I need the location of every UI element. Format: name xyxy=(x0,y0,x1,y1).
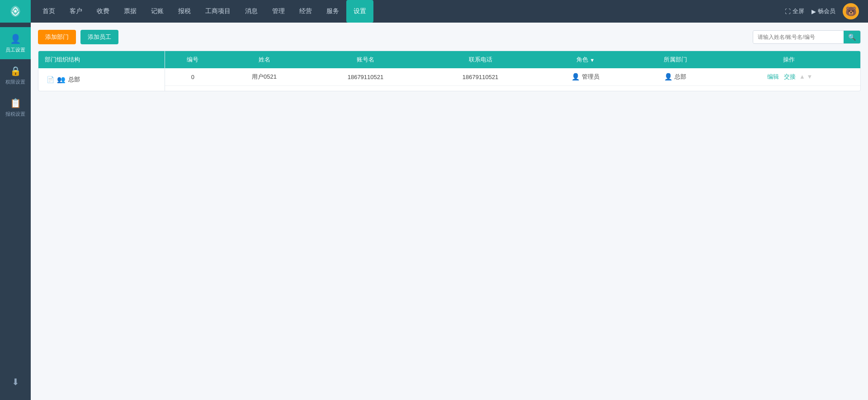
search-input[interactable] xyxy=(753,31,844,43)
employee-table: 编号 姓名 账号名 联系电话 角色 ▼ 所属部门 操作 xyxy=(165,51,860,91)
add-dept-button[interactable]: 添加部门 xyxy=(38,30,76,44)
nav-item-home[interactable]: 首页 xyxy=(35,0,62,23)
logo[interactable] xyxy=(0,0,31,23)
col-name: 姓名 xyxy=(221,51,308,68)
col-actions: 操作 xyxy=(717,51,860,68)
search-box: 🔍 xyxy=(753,30,861,44)
role-label: 管理员 xyxy=(582,73,599,81)
nav-item-business[interactable]: 工商项目 xyxy=(198,0,238,23)
nav-item-operation[interactable]: 经营 xyxy=(292,0,319,23)
nav-item-fee[interactable]: 收费 xyxy=(90,0,117,23)
table-container: 部门组织结构 📄 👥 总部 编号 姓名 账号名 xyxy=(38,51,861,91)
cell-id: 0 xyxy=(165,68,221,86)
emp-data-table: 编号 姓名 账号名 联系电话 角色 ▼ 所属部门 操作 xyxy=(165,51,860,86)
cell-name: 用户0521 xyxy=(221,68,308,86)
col-account: 账号名 xyxy=(308,51,423,68)
tax-settings-icon: 📋 xyxy=(10,98,21,108)
fullscreen-icon: ⛶ xyxy=(785,8,791,15)
download-icon: ⬇ xyxy=(12,376,19,387)
edit-button[interactable]: 编辑 xyxy=(767,73,779,80)
content-area: 添加部门 添加员工 🔍 部门组织结构 📄 👥 总部 xyxy=(31,23,868,400)
nav-item-manage[interactable]: 管理 xyxy=(265,0,292,23)
lock-icon: 🔒 xyxy=(10,66,21,76)
nav-item-service[interactable]: 服务 xyxy=(319,0,346,23)
cell-actions: 编辑 交接 ▲ ▼ xyxy=(717,68,860,86)
sidebar: 👤 员工设置 🔒 权限设置 📋 报税设置 ⬇ xyxy=(0,23,31,400)
cell-dept: 👤 总部 xyxy=(633,68,718,86)
member-label: 畅会员 xyxy=(818,7,835,15)
fullscreen-button[interactable]: ⛶ 全屏 xyxy=(785,7,804,15)
org-tree-item-root-label: 总部 xyxy=(68,75,80,84)
cell-phone: 18679110521 xyxy=(423,68,538,86)
col-phone: 联系电话 xyxy=(423,51,538,68)
main-layout: 👤 员工设置 🔒 权限设置 📋 报税设置 ⬇ 添加部门 添加员工 xyxy=(0,23,868,400)
fullscreen-label: 全屏 xyxy=(793,7,804,15)
file-icon: 📄 xyxy=(47,76,54,83)
org-tree-body: 📄 👥 总部 xyxy=(38,68,165,91)
transfer-button[interactable]: 交接 xyxy=(784,73,796,80)
toolbar: 添加部门 添加员工 🔍 xyxy=(38,30,861,44)
col-id: 编号 xyxy=(165,51,221,68)
nav-item-accounting[interactable]: 记账 xyxy=(144,0,171,23)
nav-item-message[interactable]: 消息 xyxy=(238,0,265,23)
dept-user-icon: 👤 xyxy=(664,73,673,81)
col-dept: 所属部门 xyxy=(633,51,718,68)
sidebar-item-permissions[interactable]: 🔒 权限设置 xyxy=(0,59,31,91)
col-role: 角色 ▼ xyxy=(538,51,633,68)
nav-item-settings[interactable]: 设置 xyxy=(346,0,373,23)
sidebar-taxsettings-label: 报税设置 xyxy=(5,111,25,117)
table-header-row: 编号 姓名 账号名 联系电话 角色 ▼ 所属部门 操作 xyxy=(165,51,860,68)
org-tree-header: 部门组织结构 xyxy=(38,51,165,68)
org-tree-item-root[interactable]: 📄 👥 总部 xyxy=(43,73,160,86)
search-icon: 🔍 xyxy=(848,33,856,41)
role-cell-container: 👤 管理员 xyxy=(543,73,628,81)
nav-item-invoice[interactable]: 票据 xyxy=(117,0,144,23)
sidebar-download-button[interactable]: ⬇ xyxy=(10,370,21,394)
toolbar-left: 添加部门 添加员工 xyxy=(38,30,118,44)
nav-item-customer[interactable]: 客户 xyxy=(62,0,90,23)
add-employee-button[interactable]: 添加员工 xyxy=(80,30,118,44)
table-row: 0 用户0521 18679110521 18679110521 👤 管理员 xyxy=(165,68,860,86)
employee-icon: 👤 xyxy=(10,33,21,44)
role-user-icon: 👤 xyxy=(571,73,580,81)
filter-icon[interactable]: ▼ xyxy=(590,57,595,63)
avatar[interactable]: 🐻 xyxy=(843,3,859,19)
nav-items: 首页 客户 收费 票据 记账 报税 工商项目 消息 管理 经营 服务 设置 xyxy=(31,0,785,23)
cell-account: 18679110521 xyxy=(308,68,423,86)
sidebar-item-taxsettings[interactable]: 📋 报税设置 xyxy=(0,91,31,123)
row-scroll-down[interactable]: ▼ xyxy=(807,73,813,80)
row-scroll-up[interactable]: ▲ xyxy=(799,73,805,80)
member-button[interactable]: ▶ 畅会员 xyxy=(811,7,835,15)
nav-item-tax[interactable]: 报税 xyxy=(171,0,198,23)
top-navigation: 首页 客户 收费 票据 记账 报税 工商项目 消息 管理 经营 服务 设置 ⛶ … xyxy=(0,0,868,23)
sidebar-employee-label: 员工设置 xyxy=(5,47,25,53)
user-group-icon: 👥 xyxy=(57,75,66,84)
col-role-label: 角色 xyxy=(576,56,588,63)
sidebar-permissions-label: 权限设置 xyxy=(5,79,25,85)
search-button[interactable]: 🔍 xyxy=(844,31,860,43)
dept-cell-container: 👤 总部 xyxy=(639,73,712,81)
org-tree: 部门组织结构 📄 👥 总部 xyxy=(38,51,165,91)
cell-role: 👤 管理员 xyxy=(538,68,633,86)
svg-point-0 xyxy=(14,10,16,12)
member-icon: ▶ xyxy=(811,8,816,15)
dept-label: 总部 xyxy=(675,73,686,81)
nav-right: ⛶ 全屏 ▶ 畅会员 🐻 xyxy=(785,3,868,19)
sidebar-item-employee[interactable]: 👤 员工设置 xyxy=(0,27,31,59)
